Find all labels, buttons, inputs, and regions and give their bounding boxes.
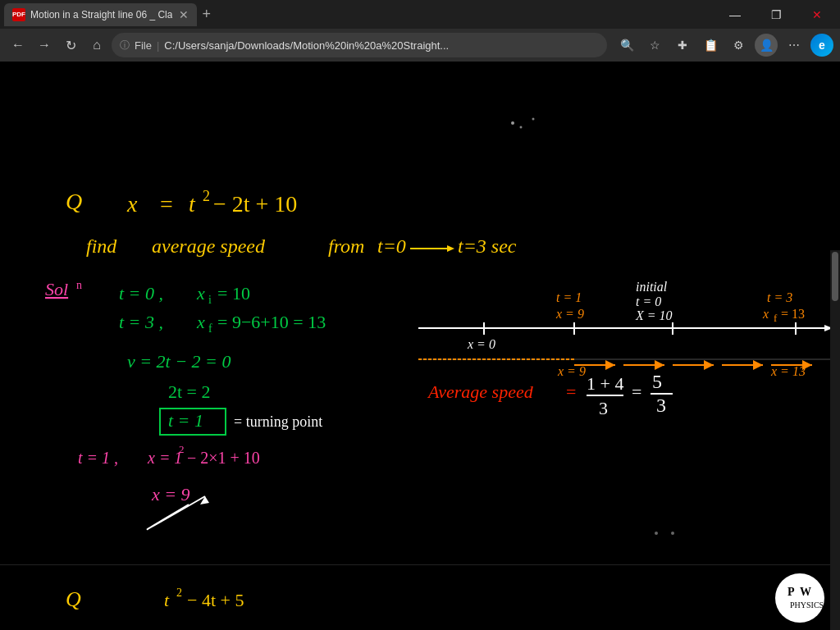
collections-icon[interactable]: ✚: [671, 34, 694, 57]
svg-point-2: [532, 118, 535, 121]
svg-text:f: f: [774, 312, 778, 324]
svg-text:3: 3: [599, 398, 608, 418]
refresh-button[interactable]: ↻: [59, 34, 82, 57]
close-button[interactable]: ✕: [798, 3, 836, 26]
svg-text:Q: Q: [66, 587, 81, 611]
svg-text:= 10: = 10: [217, 283, 250, 304]
profile-icon[interactable]: 📋: [699, 34, 722, 57]
svg-text:2t = 2: 2t = 2: [168, 381, 211, 402]
file-label: File: [135, 39, 152, 52]
svg-text:2: 2: [176, 587, 182, 599]
back-button[interactable]: ←: [7, 34, 30, 57]
svg-text:= 13: = 13: [781, 307, 805, 321]
svg-text:t: t: [164, 590, 170, 610]
svg-text:t = 1: t = 1: [168, 410, 203, 431]
avatar[interactable]: 👤: [755, 34, 778, 57]
svg-text:i: i: [208, 294, 212, 306]
nav-icons: 🔍 ☆ ✚ 📋 ⚙ 👤 ⋯ e: [615, 34, 833, 57]
svg-text:Average speed: Average speed: [427, 381, 534, 402]
scrollbar-thumb[interactable]: [832, 252, 838, 301]
svg-text:f: f: [208, 322, 212, 335]
question-label: Q: [66, 189, 82, 214]
svg-text:n: n: [76, 279, 82, 291]
svg-text:P: P: [788, 586, 795, 598]
active-tab[interactable]: PDF Motion in a Straight line 06 _ Cla ✕: [4, 3, 197, 26]
svg-point-72: [775, 573, 824, 623]
tab-bar: PDF Motion in a Straight line 06 _ Cla ✕…: [0, 0, 840, 29]
svg-point-70: [655, 532, 658, 535]
search-icon[interactable]: 🔍: [615, 34, 638, 57]
svg-text:− 2×1 + 10: − 2×1 + 10: [187, 449, 260, 467]
edge-icon[interactable]: e: [810, 34, 833, 57]
svg-text:x: x: [196, 312, 205, 332]
separator: |: [157, 39, 159, 52]
svg-text:= 9−6+10 = 13: = 9−6+10 = 13: [217, 312, 326, 332]
content-area: Q x = t 2 − 2t + 10 find average speed f…: [0, 62, 840, 630]
svg-text:x = 13: x = 13: [770, 364, 806, 378]
svg-text:t = 1 ,: t = 1 ,: [78, 449, 118, 467]
extensions-icon[interactable]: ⚙: [727, 34, 750, 57]
svg-text:− 2t + 10: − 2t + 10: [213, 191, 297, 217]
slide-area: Q x = t 2 − 2t + 10 find average speed f…: [0, 156, 840, 630]
svg-point-0: [511, 121, 514, 125]
svg-text:find: find: [86, 235, 117, 257]
svg-text:x: x: [126, 191, 138, 217]
svg-text:1 + 4: 1 + 4: [587, 373, 623, 394]
info-icon: ⓘ: [120, 39, 130, 52]
svg-text:average speed: average speed: [152, 235, 266, 257]
svg-text:x = 9: x = 9: [555, 307, 584, 321]
svg-text:x: x: [196, 283, 205, 304]
svg-point-71: [671, 532, 674, 535]
svg-text:2: 2: [179, 443, 185, 455]
new-tab-button[interactable]: +: [202, 6, 211, 23]
svg-text:X = 10: X = 10: [635, 308, 673, 322]
svg-text:=: =: [632, 381, 641, 402]
svg-text:t=3 sec: t=3 sec: [458, 235, 517, 257]
address-bar[interactable]: ⓘ File | C:/Users/sanja/Downloads/Motion…: [112, 33, 607, 57]
maximize-button[interactable]: ❐: [757, 3, 795, 26]
svg-text:x = 9: x = 9: [557, 364, 586, 378]
svg-text:− 4t + 5: − 4t + 5: [187, 590, 244, 610]
svg-text:t = 0 ,: t = 0 ,: [119, 283, 163, 304]
svg-text:=: =: [566, 381, 576, 402]
menu-icon[interactable]: ⋯: [783, 34, 806, 57]
top-strip: [0, 62, 840, 156]
svg-text:x = 0: x = 0: [467, 337, 495, 351]
svg-text:t = 1: t = 1: [556, 290, 582, 304]
svg-text:x = 9: x = 9: [151, 484, 190, 504]
svg-text:t = 3 ,: t = 3 ,: [119, 312, 163, 332]
svg-text:2: 2: [203, 188, 210, 204]
window-controls: — ❐ ✕: [716, 3, 836, 26]
tab-favicon: PDF: [12, 8, 25, 21]
svg-text:PHYSICS: PHYSICS: [790, 600, 824, 609]
svg-text:5: 5: [652, 371, 662, 392]
svg-text:v = 2t − 2 = 0: v = 2t − 2 = 0: [127, 351, 231, 372]
svg-text:t: t: [189, 191, 196, 217]
svg-text:from: from: [328, 235, 364, 257]
tab-title: Motion in a Straight line 06 _ Cla: [30, 9, 172, 21]
svg-text:Sol: Sol: [45, 279, 68, 299]
home-button[interactable]: ⌂: [85, 34, 108, 57]
svg-text:x: x: [762, 307, 769, 321]
tab-close-button[interactable]: ✕: [179, 8, 189, 21]
svg-text:=: =: [160, 191, 173, 217]
svg-point-1: [520, 126, 523, 129]
svg-text:initial: initial: [636, 280, 668, 294]
svg-text:t = 0: t = 0: [636, 294, 661, 308]
svg-text:x = 1: x = 1: [147, 449, 182, 467]
svg-text:W: W: [800, 586, 811, 598]
svg-text:= turning point: = turning point: [234, 413, 322, 430]
bottom-strip: P W PHYSICS Q t 2 − 4t + 5: [0, 564, 840, 630]
svg-text:t = 3: t = 3: [767, 290, 792, 304]
svg-text:3: 3: [656, 395, 666, 416]
svg-marker-13: [447, 245, 454, 252]
forward-button[interactable]: →: [33, 34, 56, 57]
address-text: C:/Users/sanja/Downloads/Motion%20in%20a…: [164, 39, 599, 52]
svg-text:t=0: t=0: [377, 235, 406, 257]
scrollbar[interactable]: [830, 250, 840, 630]
nav-bar: ← → ↻ ⌂ ⓘ File | C:/Users/sanja/Download…: [0, 29, 840, 62]
favorites-icon[interactable]: ☆: [643, 34, 666, 57]
browser-chrome: PDF Motion in a Straight line 06 _ Cla ✕…: [0, 0, 840, 62]
minimize-button[interactable]: —: [716, 3, 754, 26]
